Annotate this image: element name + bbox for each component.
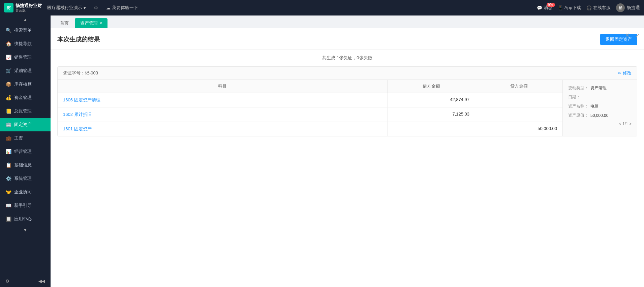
page-content: ✕ ⤢ 本次生成的结果 返回固定资产 共生成 1张凭证，0张失败 凭证字号：记-… [51,28,644,287]
content-area: 首页 资产管理 × ✕ ⤢ 本次生成的结果 返回固定资产 共生成 1张凭证，0张… [51,15,644,287]
table-header: 科目 借方金额 贷方金额 [58,80,562,93]
cell-debit-3 [387,122,475,136]
logo-subtitle: 普及版 [16,8,42,12]
cloud-icon: ☁ [106,5,111,10]
side-panel-change-type: 变动类型： 资产清理 [568,85,632,91]
sidebar-item-search[interactable]: 🔍 搜索菜单 [0,24,51,37]
cell-subject-1[interactable]: 1606 固定资产清理 [58,93,387,107]
col-header-subject: 科目 [58,80,387,93]
cell-debit-2: 7,125.03 [387,107,475,122]
sidebar-item-guide[interactable]: 📖 新手引导 [0,199,51,212]
cell-subject-3[interactable]: 1601 固定资产 [58,122,387,136]
cell-credit-3: 50,000.00 [475,122,562,136]
guide-icon: 📖 [5,202,11,209]
cell-credit-1 [475,93,562,107]
service-icon: 🎧 [586,5,592,10]
operations-icon: 📊 [5,149,11,155]
tab-home-label: 首页 [60,21,69,26]
side-panel: 变动类型： 资产清理 日期： 资产名称： 电脑 [563,80,637,136]
voucher-container: 凭证字号：记-003 ✏ 修改 科目 [51,66,644,143]
sidebar-item-capital[interactable]: 💰 资金管理 [0,91,51,104]
sidebar-item-app-center[interactable]: 🔲 应用中心 [0,212,51,226]
expand-panel-button[interactable]: ⤢ [633,31,641,39]
sidebar-item-inventory[interactable]: 📦 库存核算 [0,77,51,91]
sidebar-item-purchase[interactable]: 🛒 采购管理 [0,64,51,77]
voucher-body: 科目 借方金额 贷方金额 [58,80,637,136]
sidebar-item-basic-info[interactable]: 📋 基础信息 [0,158,51,172]
summary-text: 共生成 1张凭证，0张失败 [322,55,372,60]
sidebar-item-quick-nav[interactable]: 🏠 快捷导航 [0,37,51,51]
tab-asset-mgmt[interactable]: 资产管理 × [75,18,108,28]
company-selector[interactable]: 医疗器械行业演示 ▾ [44,3,89,12]
sidebar-label-ledger: 总账管理 [14,108,32,114]
sidebar-label-basic-info: 基础信息 [14,162,32,168]
side-panel-pagination: < 1/1 > [568,122,632,126]
sidebar-label-app-center: 应用中心 [14,216,32,222]
sidebar-item-sales[interactable]: 📈 销售管理 [0,51,51,64]
sidebar-item-enterprise[interactable]: 🤝 企业协同 [0,185,51,199]
dropdown-icon: ▾ [84,5,86,10]
payroll-icon: 💼 [5,135,11,141]
sidebar-label-search: 搜索菜单 [14,27,32,33]
col-header-credit: 贷方金额 [475,80,562,93]
change-type-value: 资产清理 [590,85,607,91]
company-name: 医疗器械行业演示 [47,5,82,11]
online-service-button[interactable]: 🎧 在线客服 [586,5,611,11]
messages-button[interactable]: 💬 消息 99+ [537,5,552,11]
sales-icon: 📈 [5,54,11,60]
app-download-button[interactable]: 📱 App下载 [558,5,581,11]
sidebar-label-inventory: 库存核算 [14,81,32,87]
fixed-assets-icon: 🏢 [5,122,11,128]
sidebar-label-capital: 资金管理 [14,95,32,101]
logo-icon: 财 [4,3,13,12]
tab-bar: 首页 资产管理 × [51,15,644,28]
avatar: 畅 [616,3,625,12]
search-icon: 🔍 [5,27,11,33]
sidebar-bottom: ⚙ ◀◀ [0,275,51,287]
sidebar: ▲ 🔍 搜索菜单 🏠 快捷导航 📈 销售管理 🛒 采购管理 📦 库存核算 💰 资… [0,15,51,287]
user-info[interactable]: 畅 畅捷通 [616,3,640,12]
sidebar-label-purchase: 采购管理 [14,68,32,74]
inventory-icon: 📦 [5,81,11,87]
header-right: 💬 消息 99+ 📱 App下载 🎧 在线客服 畅 畅捷通 [537,3,640,12]
table-row: ✓ 成功 1606 固定资产清理 42,874.97 [58,93,562,107]
logo-area: 财 畅捷通好业财 普及版 [4,3,42,12]
tab-close-icon[interactable]: × [100,21,102,25]
header-left: 财 畅捷通好业财 普及版 医疗器械行业演示 ▾ ⚙ ☁ 我要体验一下 [4,3,141,12]
settings-button[interactable]: ⚙ [91,3,101,12]
pagination-next[interactable]: > [629,122,632,126]
sidebar-item-operations[interactable]: 📊 经营管理 [0,145,51,158]
sidebar-settings-btn[interactable]: ⚙ [5,279,9,284]
enterprise-icon: 🤝 [5,189,11,195]
original-value-value: 50,000.00 [590,113,608,118]
panel-controls: ✕ ⤢ [623,31,641,39]
home-icon: 🏠 [5,41,11,47]
sidebar-label-operations: 经营管理 [14,149,32,155]
app-center-icon: 🔲 [5,216,11,222]
col-header-debit: 借方金额 [387,80,475,93]
pagination-info: 1/1 [622,122,629,126]
ledger-icon: 📒 [5,108,11,114]
message-icon: 💬 [537,5,542,10]
cell-subject-2[interactable]: 1602 累计折旧 [58,107,387,122]
sidebar-item-system[interactable]: ⚙️ 系统管理 [0,172,51,185]
sidebar-item-ledger[interactable]: 📒 总账管理 [0,104,51,118]
change-type-label: 变动类型： [568,85,588,91]
side-panel-asset-name: 资产名称： 电脑 [568,103,632,109]
edit-icon: ✏ [618,71,621,76]
experience-button[interactable]: ☁ 我要体验一下 [103,3,141,12]
page-title: 本次生成的结果 [57,35,100,43]
sidebar-label-enterprise: 企业协同 [14,189,32,195]
sidebar-scroll-up[interactable]: ▲ [0,15,51,24]
sidebar-item-payroll[interactable]: 💼 工资 [0,131,51,145]
sidebar-item-fixed-assets[interactable]: 🏢 固定资产 [0,118,51,131]
edit-voucher-button[interactable]: ✏ 修改 [618,70,632,76]
sidebar-label-payroll: 工资 [14,135,23,141]
sidebar-collapse-btn[interactable]: ◀◀ [38,279,45,284]
sidebar-scroll-down[interactable]: ▼ [0,226,51,234]
tab-home[interactable]: 首页 [55,18,74,28]
pagination-prev[interactable]: < [619,122,621,126]
voucher-card: 凭证字号：记-003 ✏ 修改 科目 [57,66,637,136]
close-panel-button[interactable]: ✕ [623,31,631,39]
download-icon: 📱 [558,5,563,10]
